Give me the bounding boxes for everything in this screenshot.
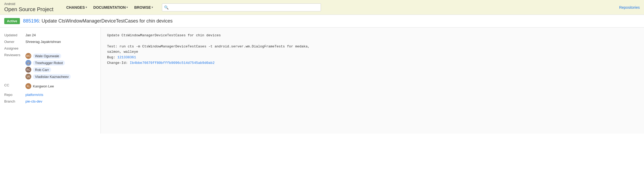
commit-changeid-link[interactable]: Ib4bbe76670ff80bfffb9096c514d7545ab9d0ab… xyxy=(130,61,215,65)
search-icon: 🔍 xyxy=(164,5,169,10)
reviewer-robot-name: Treehugger Robot xyxy=(33,60,65,65)
assignee-label: Assignee xyxy=(4,45,25,52)
commit-bug-link[interactable]: 121338361 xyxy=(117,55,136,59)
repositories-link[interactable]: Repositories xyxy=(619,5,640,10)
commit-line1: Update CtsWindowManagerDeviceTestCases f… xyxy=(107,33,221,37)
change-id-link[interactable]: 885196 xyxy=(23,18,39,24)
right-panel: Update CtsWindowManagerDeviceTestCases f… xyxy=(101,28,644,134)
search-container: 🔍 xyxy=(162,3,321,11)
meta-branch-row: Branch pie-cts-dev xyxy=(4,98,96,105)
avatar-kangwon: KL xyxy=(25,83,31,89)
reviewers-list: WO Wale Ogunwale 🤖 Treehugger Robot RC R… xyxy=(25,52,96,82)
change-title-row: Active 885196: Update CtsWindowManagerDe… xyxy=(0,15,644,28)
nav-changes-label: CHANGES xyxy=(66,5,85,10)
commit-message: Update CtsWindowManagerDeviceTestCases f… xyxy=(107,33,638,66)
branch-label: Branch xyxy=(4,98,25,105)
updated-value: Jan 24 xyxy=(25,32,96,38)
meta-repo-row: Repo platform/cts xyxy=(4,91,96,98)
header: Android Open Source Project CHANGES ▾ DO… xyxy=(0,0,644,15)
meta-updated-row: Updated Jan 24 xyxy=(4,32,96,38)
avatar-rob: RC xyxy=(25,67,31,73)
reviewer-rob-name: Rob Carr xyxy=(33,67,51,72)
reviewer-robot: 🤖 Treehugger Robot xyxy=(25,60,94,66)
change-title-suffix: : Update CtsWindowManagerDeviceTestCases… xyxy=(39,18,173,24)
nav-browse[interactable]: BROWSE ▾ xyxy=(131,4,156,11)
branch-value: pie-cts-dev xyxy=(25,98,96,105)
reviewer-wale-name: Wale Ogunwale xyxy=(33,54,61,59)
nav-changes[interactable]: CHANGES ▾ xyxy=(64,4,90,11)
commit-test-line: Test: run cts -m CtsWindowManagerDeviceT… xyxy=(107,45,310,48)
meta-owner-row: Owner Shreerag Jayakrishnan xyxy=(4,38,96,45)
reviewer-rob: RC Rob Carr xyxy=(25,67,94,73)
nav-browse-arrow: ▾ xyxy=(152,6,153,9)
main-nav: CHANGES ▾ DOCUMENTATION ▾ BROWSE ▾ xyxy=(64,4,156,11)
meta-assignee-row: Assignee xyxy=(4,45,96,52)
cc-list: KL Kangwon Lee xyxy=(25,82,96,91)
repo-link[interactable]: platform/cts xyxy=(25,93,43,97)
commit-test-line2: salmon, walleye xyxy=(107,50,138,54)
reviewer-wale: WO Wale Ogunwale xyxy=(25,53,94,59)
commit-bug-label: Bug: xyxy=(107,55,117,59)
meta-reviewers-row: Reviewers WO Wale Ogunwale 🤖 Treehugger … xyxy=(4,52,96,82)
nav-changes-arrow: ▾ xyxy=(86,6,87,9)
avatar-vladislav: VK xyxy=(25,74,31,79)
avatar-wale: WO xyxy=(25,53,31,59)
owner-value: Shreerag Jayakrishnan xyxy=(25,38,96,45)
search-input[interactable] xyxy=(162,3,321,11)
meta-cc-row: CC KL Kangwon Lee xyxy=(4,82,96,91)
branch-link[interactable]: pie-cts-dev xyxy=(25,99,42,103)
main-content: Updated Jan 24 Owner Shreerag Jayakrishn… xyxy=(0,28,644,134)
assignee-value xyxy=(25,45,96,52)
reviewer-vladislav: VK Vladislav Kaznacheev xyxy=(25,74,94,79)
repo-value: platform/cts xyxy=(25,91,96,98)
project-title: Open Source Project xyxy=(4,6,57,12)
owner-label: Owner xyxy=(4,38,25,45)
meta-table: Updated Jan 24 Owner Shreerag Jayakrishn… xyxy=(4,32,96,105)
reviewers-label: Reviewers xyxy=(4,52,25,82)
change-title: 885196: Update CtsWindowManagerDeviceTes… xyxy=(23,18,173,24)
avatar-robot: 🤖 xyxy=(25,60,31,66)
android-label: Android xyxy=(4,2,57,6)
updated-label: Updated xyxy=(4,32,25,38)
nav-documentation[interactable]: DOCUMENTATION ▾ xyxy=(91,4,130,11)
active-badge: Active xyxy=(4,18,20,24)
repo-label: Repo xyxy=(4,91,25,98)
left-panel: Updated Jan 24 Owner Shreerag Jayakrishn… xyxy=(0,28,101,134)
cc-kangwon-name: Kangwon Lee xyxy=(33,84,54,88)
nav-documentation-arrow: ▾ xyxy=(126,6,128,9)
cc-label: CC xyxy=(4,82,25,91)
nav-documentation-label: DOCUMENTATION xyxy=(93,5,126,10)
nav-browse-label: BROWSE xyxy=(134,5,151,10)
reviewer-vladislav-name: Vladislav Kaznacheev xyxy=(33,74,71,79)
logo-area: Android Open Source Project xyxy=(4,2,57,12)
commit-changeid-label: Change-Id: xyxy=(107,61,130,65)
cc-kangwon: KL Kangwon Lee xyxy=(25,83,94,89)
